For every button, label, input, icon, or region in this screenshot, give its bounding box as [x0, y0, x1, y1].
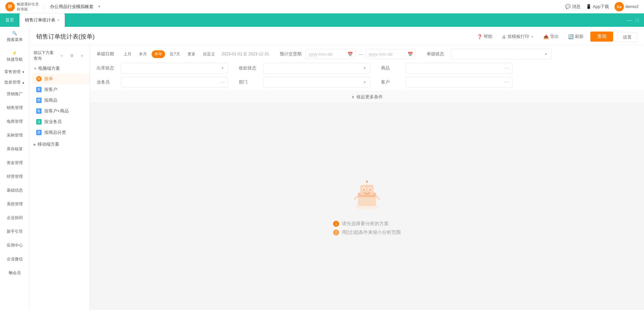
department-label: 部门 — [239, 79, 259, 85]
print-dropdown-icon[interactable]: ▼ — [531, 35, 534, 39]
settings-button[interactable]: 设置 — [617, 32, 637, 42]
message-icon: 💬 — [565, 4, 571, 9]
refresh-button[interactable]: 🔄 刷新 — [566, 32, 586, 41]
scheme-item-by-salesperson[interactable]: 业 按业务员 — [32, 116, 90, 127]
sidebar-inventory[interactable]: 库存核算 — [0, 142, 29, 156]
salesperson-select[interactable]: ··· — [121, 77, 228, 88]
delivery-date-start: yyyy-mm-dd 📅 — yyyy-mm-dd 📅 — [306, 49, 416, 59]
scheme-item-by-category[interactable]: 类 按商品分类 — [32, 127, 90, 138]
left-panel-icons: ＋ ⚙ « — [58, 52, 86, 59]
sidebar-system[interactable]: 系统管理 — [0, 197, 29, 211]
download-icon: 📱 — [586, 4, 591, 9]
date-label: 单据日期 — [97, 51, 117, 57]
mobile-scheme-title[interactable]: ▶ 移动端方案 — [30, 139, 90, 149]
department-select[interactable]: ▼ — [263, 77, 370, 88]
status-select[interactable]: ▼ — [451, 49, 551, 59]
empty-illustration — [348, 177, 385, 215]
salesperson-dots-icon[interactable]: ··· — [220, 79, 224, 85]
left-panel-header: 按以下方案查询 ＋ ⚙ « — [30, 48, 90, 63]
main-layout: 🔍 搜索菜单 ⚡ 快捷导航 零售管理 ▼ 批发管理 ▲ 营销推广 销售管理 电商… — [0, 27, 644, 310]
settings-scheme-button[interactable]: ⚙ — [68, 52, 75, 59]
sidebar-marketing[interactable]: 营销推广 — [0, 87, 29, 101]
sidebar-quick-nav[interactable]: ⚡ 快捷导航 — [0, 47, 29, 66]
dropdown-arrow-icon[interactable]: ▼ — [98, 5, 101, 8]
sidebar-enterprise[interactable]: 企业协同 — [0, 211, 29, 225]
content-area: 销售订单统计表(按单) ❓ 帮助 🖨 按模板打印 ▼ 📤 导出 🔄 刷新 — [30, 27, 644, 310]
scheme-item-by-customer[interactable]: 客 按客户 — [32, 84, 90, 95]
tab-bar: 首页 销售订单统计表 × — □ — [0, 13, 644, 27]
this-year-btn[interactable]: 本年 — [152, 50, 165, 58]
scheme-item-by-customer-goods[interactable]: 客 按客户+商品 — [32, 106, 90, 116]
tab-home[interactable]: 首页 — [0, 13, 19, 27]
sidebar-wechat[interactable]: 企业微信 — [0, 252, 29, 266]
custom-date-btn[interactable]: 自定义 — [200, 50, 218, 58]
maximize-button[interactable]: □ — [636, 17, 639, 23]
app-download-button[interactable]: 📱 App下载 — [586, 4, 609, 10]
page-actions: ❓ 帮助 🖨 按模板打印 ▼ 📤 导出 🔄 刷新 查询 设置 — [474, 31, 637, 42]
sidebar-member[interactable]: 畅会员 — [0, 266, 29, 280]
goods-label: 商品 — [381, 65, 401, 71]
empty-tips: 1 请先选择要分析的方案 2 用[过滤]条件来缩小分析范围 — [333, 221, 401, 236]
goods-dots-icon[interactable]: ··· — [504, 65, 509, 71]
add-scheme-button[interactable]: ＋ — [58, 52, 65, 59]
date-dash: — — [359, 52, 363, 57]
pc-scheme-title[interactable]: ▼ 电脑端方案 — [30, 63, 90, 73]
message-button[interactable]: 💬 消息 — [565, 4, 581, 10]
tip-num-2: 2 — [333, 229, 339, 236]
last7days-btn[interactable]: 近7天 — [167, 50, 183, 58]
scheme-items: 按 按单 客 按客户 商 按商品 — [30, 73, 90, 138]
out-status-select[interactable]: ▼ — [121, 63, 228, 73]
wholesale-arrow-icon: ▲ — [22, 81, 25, 84]
print-icon: 🖨 — [502, 34, 506, 39]
empty-state: 1 请先选择要分析的方案 2 用[过滤]条件来缩小分析范围 — [90, 103, 644, 310]
customer-dots-icon[interactable]: ··· — [504, 79, 509, 85]
tab-sales-order[interactable]: 销售订单统计表 × — [19, 13, 65, 27]
export-icon: 📤 — [543, 34, 549, 39]
goods-select[interactable]: ··· — [405, 63, 513, 73]
sidebar-wholesale[interactable]: 批发管理 ▲ — [0, 77, 29, 87]
collapse-panel-button[interactable]: « — [78, 52, 86, 59]
scheme-item-by-order[interactable]: 按 按单 — [32, 73, 90, 84]
sidebar-search[interactable]: 🔍 搜索菜单 — [0, 27, 29, 47]
user-avatar[interactable]: Ea demo2 — [614, 2, 639, 11]
app-title: 办公用品行业模拟账套 — [50, 4, 94, 10]
out-status-chevron-icon: ▼ — [221, 66, 224, 70]
calendar-start-icon: 📅 — [347, 52, 353, 57]
empty-tip-1: 1 请先选择要分析的方案 — [333, 221, 401, 227]
last-month-btn[interactable]: 上月 — [121, 50, 134, 58]
sidebar-operations[interactable]: 经营管理 — [0, 170, 29, 184]
customer-select[interactable]: ··· — [405, 77, 513, 88]
more-date-btn[interactable]: 更多 — [185, 50, 198, 58]
delivery-start-input[interactable]: yyyy-mm-dd 📅 — [306, 49, 356, 59]
minimize-button[interactable]: — — [627, 17, 632, 23]
svg-point-10 — [366, 180, 368, 183]
mobile-section-arrow-icon: ▶ — [34, 143, 36, 146]
svg-point-7 — [363, 189, 365, 191]
sidebar-ecommerce[interactable]: 电商管理 — [0, 115, 29, 128]
customer-label: 客户 — [381, 79, 401, 85]
top-bar: 好 畅捷通好生意 标准版 办公用品行业模拟账套 ▼ 💬 消息 📱 App下载 E… — [0, 0, 644, 13]
sidebar-newcomer[interactable]: 新手引导 — [0, 225, 29, 239]
scheme-icon-goods: 商 — [36, 98, 42, 103]
this-month-btn[interactable]: 本月 — [136, 50, 150, 58]
export-button[interactable]: 📤 导出 — [541, 32, 561, 41]
sidebar-purchase[interactable]: 采购管理 — [0, 128, 29, 142]
template-print-button[interactable]: 🖨 按模板打印 ▼ — [499, 32, 537, 41]
svg-point-8 — [369, 189, 371, 191]
sidebar-retail[interactable]: 零售管理 ▼ — [0, 66, 29, 77]
scheme-item-by-goods[interactable]: 商 按商品 — [32, 95, 90, 106]
payment-status-select[interactable]: ▼ — [263, 63, 370, 73]
sidebar-basic[interactable]: 基础信息 — [0, 184, 29, 197]
collapse-filters-button[interactable]: ∧ 收起更多条件 — [90, 91, 644, 103]
sidebar-finance[interactable]: 资金管理 — [0, 156, 29, 170]
sidebar-sales[interactable]: 销售管理 — [0, 101, 29, 115]
svg-line-12 — [376, 196, 379, 199]
tab-close-icon[interactable]: × — [57, 18, 59, 22]
query-button[interactable]: 查询 — [590, 32, 613, 42]
payment-chevron-icon: ▼ — [363, 66, 367, 70]
logo-area: 好 畅捷通好生意 标准版 — [5, 2, 39, 11]
delivery-end-input[interactable]: yyyy-mm-dd 📅 — [366, 49, 416, 59]
help-button[interactable]: ❓ 帮助 — [474, 32, 495, 41]
sidebar-app-center[interactable]: 应用中心 — [0, 239, 29, 252]
retail-arrow-icon: ▼ — [22, 70, 25, 74]
